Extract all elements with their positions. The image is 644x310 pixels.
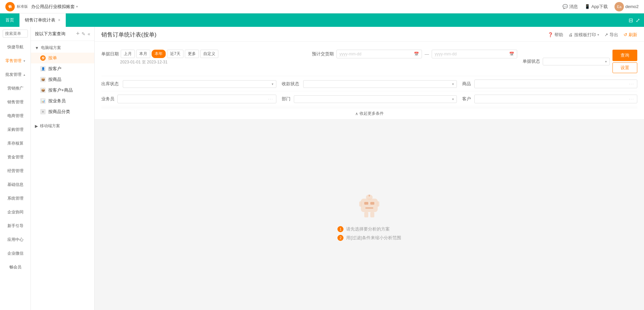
scheme-item-by-customer-goods[interactable]: 📦 按客户+商品: [31, 85, 94, 96]
scheme-item-icon-order: 按: [40, 55, 46, 61]
sidebar-item-wechat[interactable]: 企业微信: [0, 247, 31, 260]
department-arrow: ▾: [452, 97, 454, 101]
scheme-collapse-icon[interactable]: «: [88, 31, 90, 37]
sidebar-item-sales[interactable]: 销售管理: [0, 95, 31, 109]
scheme-section-desktop-title[interactable]: ▼ 电脑端方案: [31, 43, 94, 53]
scheme-item-by-goods[interactable]: 📦 按商品: [31, 74, 94, 85]
tab-home[interactable]: 首页: [0, 13, 19, 27]
scheme-item-label-salesman: 按业务员: [48, 98, 66, 104]
sidebar-item-ecommerce[interactable]: 电商管理: [0, 109, 31, 123]
date-buttons: 上月 本月 本年 近7天 更多 自定义: [121, 50, 218, 58]
user-menu[interactable]: Ea demo2: [614, 2, 639, 11]
department-select[interactable]: ▾: [294, 95, 457, 103]
scheme-item-by-customer[interactable]: 👤 按客户: [31, 63, 94, 74]
collapse-label: 收起更多条件: [360, 111, 384, 116]
status-label: 单据状态: [523, 58, 540, 64]
scheme-header: 按以下方案查询 + ✎ «: [31, 27, 94, 41]
scheme-panel: 按以下方案查询 + ✎ « ▼ 电脑端方案 按 按单 👤 按客户: [31, 27, 95, 310]
guide-label: 新手引导: [7, 223, 23, 229]
sidebar-item-system[interactable]: 系统管理: [0, 192, 31, 205]
goods-select[interactable]: ···: [474, 80, 637, 88]
customer-select[interactable]: ···: [474, 95, 637, 103]
scheme-edit-icon[interactable]: ✎: [82, 31, 86, 37]
scheme-section-mobile-title[interactable]: ▶ 移动端方案: [31, 121, 94, 131]
company-selector[interactable]: 办公用品行业模拟账套 ▾: [31, 4, 78, 10]
scheme-item-icon-customer: 👤: [40, 66, 46, 71]
scheme-item-label-customer: 按客户: [48, 66, 61, 72]
date-btn-7days[interactable]: 近7天: [167, 50, 183, 58]
date-btn-custom[interactable]: 自定义: [200, 50, 218, 58]
date-btn-last-month[interactable]: 上月: [121, 50, 135, 58]
sidebar-item-purchase[interactable]: 采购管理: [0, 123, 31, 137]
department-group: 部门 ▾: [282, 95, 457, 103]
status-select[interactable]: ▾: [543, 58, 610, 65]
message-button[interactable]: 💬 消息: [562, 4, 578, 10]
sidebar-item-collab[interactable]: 企业协同: [0, 205, 31, 219]
scheme-item-icon-cust-goods: 📦: [40, 88, 46, 93]
sidebar-item-member[interactable]: 畅会员: [0, 260, 31, 274]
date-range-display: 2023-01-01 至 2023-12-31: [101, 59, 307, 65]
sidebar-search[interactable]: [0, 27, 31, 40]
sidebar-item-basic[interactable]: 基础信息: [0, 178, 31, 192]
status-arrow-icon: ▾: [605, 60, 607, 63]
sidebar-item-marketing[interactable]: 营销推广: [0, 82, 31, 95]
inventory-label: 库存核算: [7, 141, 23, 146]
collect-status-group: 收款状态 ▾: [282, 80, 457, 88]
export-label: 导出: [609, 32, 618, 38]
sidebar-item-inventory[interactable]: 库存核算: [0, 137, 31, 150]
print-button[interactable]: 🖨 按模板打印 ▾: [569, 32, 599, 38]
scheme-item-by-order[interactable]: 按 按单: [31, 53, 94, 63]
scheme-item-label-goods: 按商品: [48, 76, 61, 83]
logo-text: 标准版: [17, 4, 28, 9]
sidebar-item-wholesale[interactable]: 批发管理 ▴: [0, 68, 31, 82]
tab-close-icon[interactable]: ×: [58, 18, 60, 22]
date-btn-more[interactable]: 更多: [185, 50, 199, 58]
collect-status-select[interactable]: ▾: [303, 80, 457, 88]
scheme-mobile-arrow: ▶: [35, 124, 38, 128]
minimize-icon[interactable]: ⊟: [629, 17, 633, 23]
maximize-icon[interactable]: ⤢: [636, 17, 640, 23]
out-status-group: 出库状态 ▾: [101, 80, 276, 88]
finance-label: 资金管理: [7, 154, 23, 160]
sidebar-item-finance[interactable]: 资金管理: [0, 150, 31, 164]
sidebar-item-operations[interactable]: 经营管理: [0, 164, 31, 178]
date-btn-this-month[interactable]: 本月: [136, 50, 150, 58]
scheme-add-icon[interactable]: +: [76, 30, 80, 37]
tab-sales-stats-label: 销售订单统计表: [25, 17, 55, 23]
ecommerce-label: 电商管理: [7, 113, 23, 119]
settings-button[interactable]: 设置: [612, 62, 637, 73]
svg-rect-0: [361, 199, 378, 212]
query-button[interactable]: 查询: [612, 50, 637, 61]
refresh-button[interactable]: ↺ 刷新: [624, 32, 637, 38]
svg-rect-9: [369, 195, 370, 197]
sidebar-item-app-center[interactable]: 应用中心: [0, 233, 31, 247]
export-button[interactable]: ↗ 导出: [604, 32, 618, 38]
hint-num-1: 1: [337, 226, 343, 232]
sidebar-item-guide[interactable]: 新手引导: [0, 219, 31, 233]
marketing-label: 营销推广: [7, 86, 23, 91]
scheme-item-by-category[interactable]: ≡ 按商品分类: [31, 106, 94, 117]
help-button[interactable]: ❓ 帮助: [548, 32, 563, 38]
scheme-mobile-label: 移动端方案: [40, 123, 60, 129]
salesman-select[interactable]: ···: [117, 95, 276, 103]
tab-sales-stats[interactable]: 销售订单统计表 ×: [19, 13, 66, 27]
delivery-date-from[interactable]: yyyy-mm-dd 📅: [336, 50, 422, 58]
sales-label: 销售管理: [7, 99, 23, 105]
search-input[interactable]: [3, 30, 28, 38]
delivery-date-to[interactable]: yyyy-mm-dd 📅: [432, 50, 517, 58]
nav-tabs: 首页 销售订单统计表 × ⊟ ⤢: [0, 13, 644, 27]
department-label: 部门: [282, 96, 291, 102]
svg-rect-5: [377, 201, 379, 207]
scheme-item-label-cust-goods: 按客户+商品: [48, 87, 73, 93]
collapse-conditions-button[interactable]: ∧ 收起更多条件: [101, 108, 637, 119]
scheme-item-icon-goods: 📦: [40, 77, 46, 82]
out-status-select[interactable]: ▾: [123, 80, 276, 88]
scheme-item-by-salesman[interactable]: 📊 按业务员: [31, 96, 94, 106]
date-btn-this-year[interactable]: 本年: [152, 50, 166, 58]
page-title-row: 销售订单统计表(按单) ❓ 帮助 🖨 按模板打印 ▾ ↗ 导出: [95, 27, 644, 42]
svg-rect-4: [359, 201, 362, 207]
sidebar-item-quick-nav[interactable]: 快捷导航: [0, 40, 31, 54]
sidebar-item-retail[interactable]: 零售管理 ▾: [0, 54, 31, 68]
app-download-button[interactable]: 📱 App下载: [585, 4, 608, 10]
app-center-label: 应用中心: [7, 237, 23, 243]
